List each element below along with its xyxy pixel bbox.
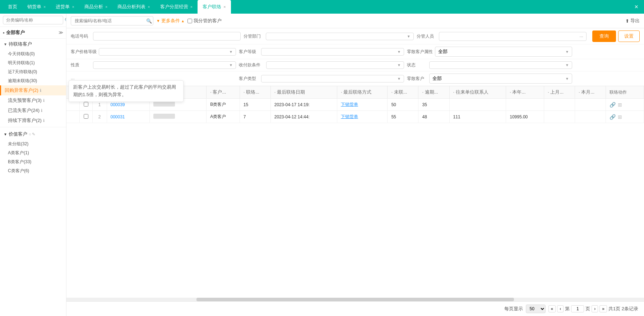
- my-customers-checkbox-label[interactable]: 我分管的客户: [187, 18, 222, 24]
- payment-select[interactable]: ▼: [266, 61, 404, 69]
- col-header-this-year[interactable]: · 本年...: [506, 86, 544, 99]
- row2-last-date: 2023-04-12 14:44:: [270, 111, 337, 123]
- row2-checkbox-input[interactable]: [84, 114, 88, 119]
- row2-settings: [66, 111, 79, 123]
- col-header-last-month[interactable]: · 上月...: [544, 86, 575, 99]
- row2-no: 2: [92, 111, 107, 123]
- col-header-this-month[interactable]: · 本月...: [575, 86, 606, 99]
- edit-icon[interactable]: ✎: [32, 132, 35, 137]
- sidebar-item-c-class[interactable]: C类客户(6): [0, 166, 66, 175]
- sidebar-item-7days[interactable]: 近7天待联络(0): [0, 67, 66, 76]
- page-nav: « ‹ 第 页 › » 共1页 2条记录: [548, 305, 638, 312]
- sidebar-group-title-value[interactable]: ▼ 价值客户 ○ ✎: [0, 129, 66, 140]
- customer-type-select[interactable]: ▼: [261, 75, 404, 82]
- col-header-contact[interactable]: · 联络...: [240, 86, 270, 99]
- info-icon: ℹ: [40, 88, 41, 93]
- window-close-button[interactable]: ×: [631, 3, 641, 11]
- customer-level-select[interactable]: ▼: [261, 48, 404, 56]
- horizontal-scrollbar[interactable]: [66, 298, 644, 301]
- sidebar-item-churned[interactable]: 已流失客户(24) ℹ: [0, 105, 66, 115]
- close-icon[interactable]: ×: [223, 5, 226, 9]
- close-icon[interactable]: ×: [105, 5, 107, 9]
- nav-item-sales[interactable]: 销货单 ×: [22, 0, 51, 14]
- nav-item-analysis[interactable]: 商品分析 ×: [79, 0, 112, 14]
- row2-overdue: 48: [418, 111, 449, 123]
- retail-attr-select[interactable]: 全部 ▼: [435, 47, 572, 57]
- row1-unit-contact: [449, 99, 506, 111]
- first-page-button[interactable]: «: [548, 305, 556, 312]
- gender-select[interactable]: ▼: [93, 61, 236, 69]
- col-header-last-date[interactable]: · 最后联络日期: [270, 86, 337, 99]
- row2-last-method[interactable]: 下销货单: [337, 111, 387, 123]
- export-button[interactable]: ⬆ 导出: [625, 18, 640, 24]
- close-icon[interactable]: ×: [148, 5, 150, 9]
- collapse-icon[interactable]: ≫: [59, 30, 63, 35]
- sidebar-item-today[interactable]: 今天待联络(0): [0, 49, 66, 58]
- settings-button[interactable]: 设置: [618, 30, 640, 42]
- per-page-select[interactable]: 50 20 100: [526, 305, 546, 313]
- gender-label: 性质: [71, 62, 91, 68]
- row1-this-month: [575, 99, 606, 111]
- col-header-last-method[interactable]: · 最后联络方式: [337, 86, 387, 99]
- status-select[interactable]: ▼: [429, 61, 572, 69]
- row1-last-method[interactable]: 下销货单: [337, 99, 387, 111]
- col-header-overdue[interactable]: · 逾期...: [418, 86, 449, 99]
- sidebar-group-value: ▼ 价值客户 ○ ✎ 未分组(32) A类客户(1) B类客户(33) C类客户…: [0, 129, 66, 175]
- nav-item-purchase[interactable]: 进货单 ×: [51, 0, 79, 14]
- search-input[interactable]: [71, 16, 153, 25]
- sidebar-all-customers[interactable]: ▪ 全部客户 ≫: [0, 27, 66, 39]
- search-icon[interactable]: 🔍: [146, 18, 152, 24]
- row2-unit-contact: 111: [449, 111, 506, 123]
- row2-checkbox[interactable]: [79, 111, 92, 123]
- sidebar-item-declining[interactable]: 持续下滑客户(2) ℹ: [0, 115, 66, 126]
- nav-item-customer-contact[interactable]: 客户联络 ×: [198, 0, 231, 14]
- row1-type: B类客户: [207, 99, 240, 111]
- row1-checkbox-input[interactable]: [84, 102, 88, 107]
- page-label: 第: [565, 306, 570, 312]
- sidebar-group-title-pending[interactable]: ▼ 待联络客户: [0, 39, 66, 49]
- row2-this-month: [575, 111, 606, 123]
- dept-select[interactable]: ▼: [266, 33, 413, 40]
- row1-contact: 15: [240, 99, 270, 111]
- person-input[interactable]: ···: [439, 32, 587, 41]
- sidebar-item-churn-warning[interactable]: 流失预警客户(3) ℹ: [0, 95, 66, 105]
- nav-item-analysis-list[interactable]: 商品分析列表 ×: [112, 0, 155, 14]
- col-header-uncontacted[interactable]: · 未联...: [388, 86, 418, 99]
- table-area: ⚙ · 客户编码 · 客户名称 · 客户... · 联: [66, 86, 644, 298]
- sidebar-item-unclassified[interactable]: 未分组(32): [0, 140, 66, 148]
- nav-item-customer-seg[interactable]: 客户分层经营 ×: [155, 0, 198, 14]
- customer-level-label: 客户等级: [239, 49, 259, 55]
- more-conditions-button[interactable]: ▼ 更多条件 ▲: [156, 18, 185, 24]
- sidebar-item-a-class[interactable]: A类客户(1): [0, 148, 66, 157]
- retail-select[interactable]: 全部 ▼: [429, 74, 572, 84]
- close-icon[interactable]: ×: [43, 5, 46, 9]
- row2-name[interactable]: [149, 111, 207, 123]
- my-customers-checkbox[interactable]: [187, 19, 192, 23]
- tooltip-popup: 距客户上次交易时长，超过了此客户的平均交易周期的1.5倍，则视为异常。: [69, 80, 184, 102]
- query-button[interactable]: 查询: [592, 30, 616, 42]
- chevron-up-icon: ▲: [181, 19, 185, 23]
- last-page-button[interactable]: »: [599, 305, 607, 312]
- action-link-icon[interactable]: 🔗: [610, 114, 616, 120]
- col-header-unit-contact[interactable]: · 往来单位联系人: [449, 86, 506, 99]
- price-level-select[interactable]: ▼: [99, 48, 236, 56]
- sidebar-item-overdue[interactable]: 逾期未联络(30): [0, 76, 66, 85]
- chevron-down-icon: ▼: [229, 50, 233, 54]
- close-icon[interactable]: ×: [190, 5, 193, 9]
- sidebar-item-tomorrow[interactable]: 明天待联络(1): [0, 58, 66, 67]
- next-page-button[interactable]: ›: [592, 305, 598, 312]
- close-icon[interactable]: ×: [72, 5, 74, 9]
- action-grid-icon[interactable]: ⊞: [618, 114, 622, 120]
- prev-page-button[interactable]: ‹: [557, 305, 564, 312]
- action-link-icon[interactable]: 🔗: [610, 102, 616, 108]
- row2-code[interactable]: 000031: [107, 111, 149, 123]
- customer-type-label: 客户类型: [239, 76, 259, 82]
- page-input[interactable]: [571, 305, 584, 312]
- action-grid-icon[interactable]: ⊞: [618, 102, 622, 108]
- phone-input[interactable]: [93, 32, 241, 41]
- col-header-type[interactable]: · 客户...: [207, 86, 240, 99]
- sidebar-item-repurchase-abnormal[interactable]: 回购异常客户(2) ℹ: [0, 85, 66, 95]
- nav-item-home[interactable]: 首页: [3, 0, 22, 14]
- sidebar-search-input[interactable]: [3, 16, 63, 24]
- sidebar-item-b-class[interactable]: B类客户(33): [0, 157, 66, 166]
